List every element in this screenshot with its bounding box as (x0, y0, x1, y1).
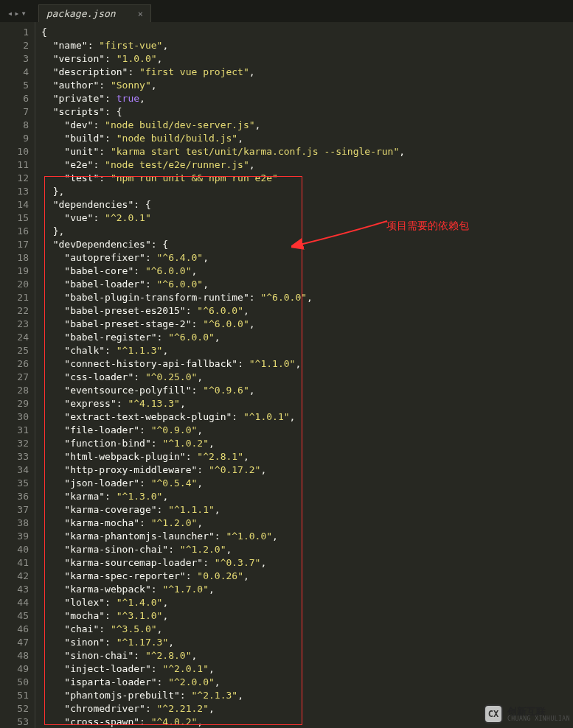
code-line[interactable]: "autoprefixer": "^6.4.0", (41, 251, 405, 265)
code-line[interactable]: "sinon-chai": "^2.8.0", (41, 649, 405, 662)
nav-forward-icon[interactable]: ▸ (14, 8, 19, 18)
line-number: 19 (0, 265, 29, 278)
code-line[interactable]: "cross-spawn": "^4.0.2", (41, 715, 405, 728)
code-line[interactable]: "babel-loader": "^6.0.0", (41, 278, 405, 291)
line-number: 39 (0, 530, 29, 543)
code-line[interactable]: "isparta-loader": "^2.0.0", (41, 676, 405, 689)
code-line[interactable]: }, (41, 225, 405, 238)
nav-back-icon[interactable]: ◂ (7, 8, 13, 18)
code-line[interactable]: "vue": "^2.0.1" (41, 211, 405, 225)
code-line[interactable]: "name": "first-vue", (41, 39, 405, 52)
line-number: 37 (0, 503, 29, 517)
code-line[interactable]: "scripts": { (41, 105, 405, 119)
code-line[interactable]: "babel-plugin-transform-runtime": "^6.0.… (41, 291, 405, 304)
line-number: 50 (0, 676, 29, 689)
line-number: 41 (0, 556, 29, 570)
line-number: 49 (0, 662, 29, 676)
tab-package-json[interactable]: package.json × (38, 4, 151, 22)
code-line[interactable]: "json-loader": "^0.5.4", (41, 477, 405, 490)
code-line[interactable]: "function-bind": "^1.0.2", (41, 437, 405, 450)
code-line[interactable]: "http-proxy-middleware": "^0.17.2", (41, 463, 405, 477)
line-number: 29 (0, 397, 29, 410)
line-number: 27 (0, 371, 29, 384)
line-number: 33 (0, 450, 29, 463)
line-number: 23 (0, 318, 29, 331)
code-line[interactable]: "eventsource-polyfill": "^0.9.6", (41, 384, 405, 397)
code-line[interactable]: "chromedriver": "^2.21.2", (41, 702, 405, 715)
line-number: 3 (0, 52, 29, 66)
code-line[interactable]: "babel-preset-es2015": "^6.0.0", (41, 304, 405, 318)
code-area[interactable]: { "name": "first-vue", "version": "1.0.0… (35, 22, 405, 728)
code-line[interactable]: "connect-history-api-fallback": "^1.1.0"… (41, 357, 405, 371)
annotation-text: 项目需要的依赖包 (386, 220, 469, 233)
code-line[interactable]: "file-loader": "^0.9.0", (41, 424, 405, 437)
code-line[interactable]: "karma-spec-reporter": "0.0.26", (41, 570, 405, 583)
line-number: 13 (0, 185, 29, 198)
code-line[interactable]: "author": "Sonny", (41, 79, 405, 92)
line-number: 4 (0, 66, 29, 79)
nav-arrows: ◂ ▸ ▾ (3, 8, 31, 18)
line-number: 44 (0, 596, 29, 609)
line-number: 38 (0, 517, 29, 530)
line-number: 30 (0, 410, 29, 424)
code-line[interactable]: "private": true, (41, 92, 405, 105)
tab-title: package.json (46, 8, 116, 19)
line-number-gutter: 1234567891011121314151617181920212223242… (0, 22, 35, 728)
close-icon[interactable]: × (138, 9, 143, 19)
code-line[interactable]: }, (41, 185, 405, 198)
line-number: 17 (0, 238, 29, 251)
editor[interactable]: 1234567891011121314151617181920212223242… (0, 22, 573, 728)
line-number: 43 (0, 583, 29, 596)
code-line[interactable]: "chalk": "^1.1.3", (41, 344, 405, 357)
code-line[interactable]: "karma-sourcemap-loader": "^0.3.7", (41, 556, 405, 570)
code-line[interactable]: "lolex": "^1.4.0", (41, 596, 405, 609)
code-line[interactable]: "dependencies": { (41, 198, 405, 211)
line-number: 32 (0, 437, 29, 450)
code-line[interactable]: "phantomjs-prebuilt": "^2.1.3", (41, 689, 405, 702)
line-number: 40 (0, 543, 29, 556)
code-line[interactable]: "description": "first vue project", (41, 66, 405, 79)
code-line[interactable]: "babel-preset-stage-2": "^6.0.0", (41, 318, 405, 331)
line-number: 42 (0, 570, 29, 583)
code-line[interactable]: "karma": "^1.3.0", (41, 490, 405, 503)
code-line[interactable]: "karma-webpack": "^1.7.0", (41, 583, 405, 596)
line-number: 51 (0, 689, 29, 702)
watermark-en: CHUANG XINHULIAN (507, 716, 570, 722)
line-number: 9 (0, 132, 29, 145)
line-number: 45 (0, 609, 29, 623)
code-line[interactable]: "test": "npm run unit && npm run e2e" (41, 172, 405, 185)
code-line[interactable]: "devDependencies": { (41, 238, 405, 251)
code-line[interactable]: "extract-text-webpack-plugin": "^1.0.1", (41, 410, 405, 424)
watermark: CX 创新互联 CHUANG XINHULIAN (484, 704, 570, 724)
code-line[interactable]: "babel-core": "^6.0.0", (41, 265, 405, 278)
line-number: 1 (0, 26, 29, 39)
code-line[interactable]: "babel-register": "^6.0.0", (41, 331, 405, 344)
code-line[interactable]: "inject-loader": "^2.0.1", (41, 662, 405, 676)
code-line[interactable]: "karma-mocha": "^1.2.0", (41, 517, 405, 530)
code-line[interactable]: "version": "1.0.0", (41, 52, 405, 66)
line-number: 7 (0, 105, 29, 119)
line-number: 22 (0, 304, 29, 318)
line-number: 14 (0, 198, 29, 211)
code-line[interactable]: "unit": "karma start test/unit/karma.con… (41, 145, 405, 158)
code-line[interactable]: "karma-sinon-chai": "^1.2.0", (41, 543, 405, 556)
code-line[interactable]: "e2e": "node test/e2e/runner.js", (41, 158, 405, 172)
line-number: 25 (0, 344, 29, 357)
code-line[interactable]: "express": "^4.13.3", (41, 397, 405, 410)
line-number: 48 (0, 649, 29, 662)
code-line[interactable]: "mocha": "^3.1.0", (41, 609, 405, 623)
code-line[interactable]: "sinon": "^1.17.3", (41, 636, 405, 649)
line-number: 11 (0, 158, 29, 172)
nav-down-icon[interactable]: ▾ (21, 8, 26, 18)
code-line[interactable]: "build": "node build/build.js", (41, 132, 405, 145)
code-line[interactable]: { (41, 26, 405, 39)
code-line[interactable]: "chai": "^3.5.0", (41, 623, 405, 636)
code-line[interactable]: "html-webpack-plugin": "^2.8.1", (41, 450, 405, 463)
code-line[interactable]: "karma-phantomjs-launcher": "^1.0.0", (41, 530, 405, 543)
code-line[interactable]: "dev": "node build/dev-server.js", (41, 119, 405, 132)
line-number: 47 (0, 636, 29, 649)
line-number: 31 (0, 424, 29, 437)
code-line[interactable]: "css-loader": "^0.25.0", (41, 371, 405, 384)
line-number: 52 (0, 702, 29, 715)
code-line[interactable]: "karma-coverage": "^1.1.1", (41, 503, 405, 517)
